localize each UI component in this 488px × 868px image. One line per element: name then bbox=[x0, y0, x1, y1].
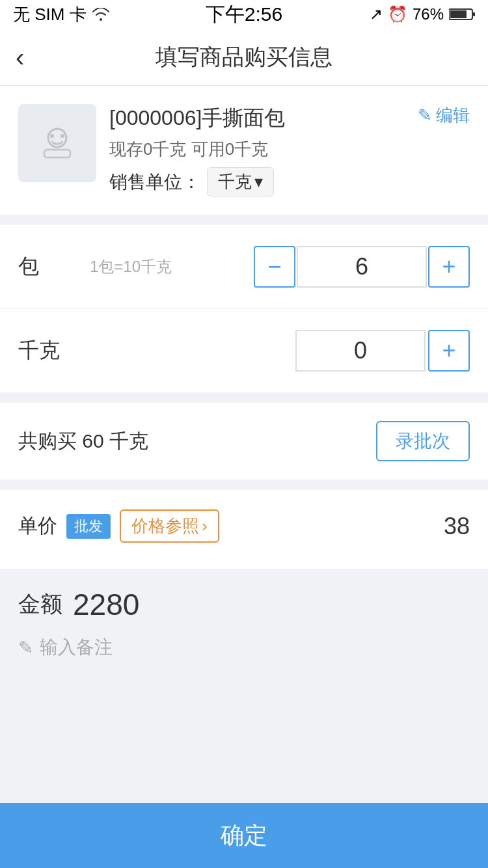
status-left: 无 SIM 卡 bbox=[13, 3, 110, 26]
edit-label: 编辑 bbox=[436, 104, 470, 127]
svg-point-5 bbox=[61, 134, 64, 138]
price-ref-arrow: › bbox=[202, 516, 208, 536]
kilogram-label: 千克 bbox=[18, 336, 83, 365]
price-ref-button[interactable]: 价格参照 › bbox=[120, 509, 219, 543]
kilogram-input[interactable] bbox=[295, 330, 426, 372]
location-icon: ↗ bbox=[370, 5, 383, 23]
confirm-label: 确定 bbox=[221, 820, 267, 852]
total-text: 共购买 60 千克 bbox=[18, 428, 148, 455]
unit-value: 千克 bbox=[218, 170, 252, 193]
battery-percent: 76% bbox=[413, 5, 444, 23]
carrier-text: 无 SIM 卡 bbox=[13, 3, 87, 26]
alarm-icon: ⏰ bbox=[388, 5, 407, 23]
product-image bbox=[18, 104, 96, 182]
svg-rect-2 bbox=[473, 12, 475, 16]
wifi-icon bbox=[92, 8, 110, 21]
nav-bar: ‹ 填写商品购买信息 bbox=[0, 29, 488, 86]
price-row: 单价 批发 价格参照 › 38 bbox=[18, 509, 470, 543]
package-label: 包 bbox=[18, 252, 83, 281]
amount-value: 2280 bbox=[73, 587, 139, 622]
amount-section: 金额 2280 ✎ 输入备注 bbox=[0, 569, 488, 803]
svg-rect-6 bbox=[44, 150, 70, 157]
package-decrement-button[interactable]: − bbox=[254, 246, 295, 288]
remark-row[interactable]: ✎ 输入备注 bbox=[18, 635, 470, 660]
svg-point-4 bbox=[50, 134, 54, 138]
unit-label: 销售单位： bbox=[109, 170, 200, 195]
status-time: 下午2:56 bbox=[206, 1, 282, 28]
price-badge: 批发 bbox=[66, 514, 111, 539]
product-stock: 现存0千克 可用0千克 bbox=[109, 138, 470, 161]
status-bar: 无 SIM 卡 下午2:56 ↗ ⏰ 76% bbox=[0, 0, 488, 29]
kilogram-row: 千克 + bbox=[0, 309, 488, 392]
amount-label: 金额 bbox=[18, 590, 62, 619]
battery-icon bbox=[449, 8, 475, 21]
kilogram-quantity-control: + bbox=[295, 330, 470, 372]
edit-button[interactable]: ✎ 编辑 bbox=[418, 104, 470, 127]
unit-arrow: ▾ bbox=[254, 172, 263, 192]
svg-rect-1 bbox=[450, 10, 467, 18]
unit-selector[interactable]: 千克 ▾ bbox=[207, 167, 274, 197]
kilogram-increment-button[interactable]: + bbox=[428, 330, 470, 372]
package-quantity-control: − + bbox=[254, 246, 470, 288]
price-section: 单价 批发 价格参照 › 38 bbox=[0, 490, 488, 569]
quantity-section: 包 1包=10千克 − + 千克 + bbox=[0, 225, 488, 392]
remark-placeholder: 输入备注 bbox=[40, 635, 113, 660]
product-logo bbox=[38, 124, 77, 163]
price-ref-label: 价格参照 bbox=[131, 515, 199, 537]
product-info: [0000006]手撕面包 现存0千克 可用0千克 销售单位： 千克 ▾ bbox=[109, 104, 470, 197]
package-row: 包 1包=10千克 − + bbox=[0, 225, 488, 309]
product-name: [0000006]手撕面包 bbox=[109, 104, 470, 133]
edit-icon: ✎ bbox=[418, 105, 432, 126]
batch-button[interactable]: 录批次 bbox=[376, 421, 470, 461]
back-button[interactable]: ‹ bbox=[16, 44, 24, 70]
package-increment-button[interactable]: + bbox=[428, 246, 470, 288]
confirm-button[interactable]: 确定 bbox=[0, 803, 488, 868]
remark-icon: ✎ bbox=[18, 637, 33, 658]
package-input[interactable] bbox=[297, 246, 427, 288]
status-right: ↗ ⏰ 76% bbox=[370, 5, 475, 23]
product-unit-row: 销售单位： 千克 ▾ bbox=[109, 167, 470, 197]
package-hint: 1包=10千克 bbox=[90, 256, 254, 277]
price-value: 38 bbox=[444, 513, 470, 540]
amount-row: 金额 2280 bbox=[18, 587, 470, 622]
product-card: [0000006]手撕面包 现存0千克 可用0千克 销售单位： 千克 ▾ ✎ 编… bbox=[0, 86, 488, 215]
total-row: 共购买 60 千克 录批次 bbox=[0, 403, 488, 480]
price-label: 单价 bbox=[18, 513, 57, 539]
nav-title: 填写商品购买信息 bbox=[156, 42, 332, 72]
